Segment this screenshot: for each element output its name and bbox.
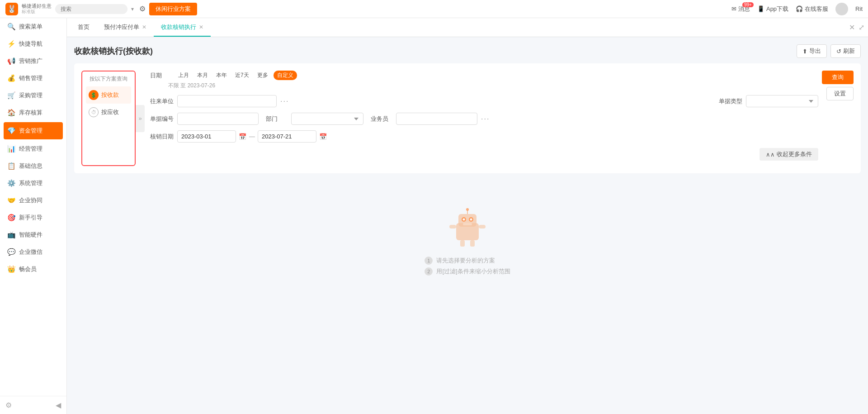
filter-row-date: 日期 上月 本月 本年 近7天 更多 自定义 [150, 71, 818, 80]
purchase-icon: 🛒 [7, 91, 15, 100]
inventory-icon: 🏠 [7, 109, 15, 117]
message-badge: 99+ [742, 2, 754, 7]
solution-button[interactable]: 休闲行业方案 [149, 3, 197, 15]
doctype-field: 单据类型 [719, 95, 818, 107]
step-2-num: 2 [425, 267, 433, 276]
date-quick-tags: 上月 本月 本年 近7天 更多 自定义 [175, 71, 297, 80]
wechat-icon: 💬 [7, 248, 15, 256]
query-button[interactable]: 查询 [822, 71, 854, 84]
docno-input[interactable] [177, 113, 259, 125]
step-1-num: 1 [425, 257, 433, 265]
search-chevron-icon[interactable]: ▾ [131, 6, 134, 12]
verify-date-label: 核销日期 [150, 133, 174, 141]
svg-point-5 [470, 219, 472, 221]
by-receipt-icon: 💲 [89, 90, 99, 100]
sidebar-item-basic[interactable]: 📋 基础信息 [0, 157, 66, 175]
tab-prepay-close-icon[interactable]: ✕ [142, 24, 146, 30]
date-tag-more[interactable]: 更多 [255, 71, 271, 80]
guide-icon: 🎯 [7, 214, 15, 222]
date-custom-tag[interactable]: 自定义 [274, 71, 297, 80]
sidebar-item-member[interactable]: 👑 畅会员 [0, 261, 66, 278]
empty-steps: 1 请先选择要分析的方案 2 用[过滤]条件来缩小分析范围 [425, 257, 510, 276]
sidebar-bottom-settings-icon[interactable]: ⚙ [5, 401, 12, 409]
message-icon: ✉ [731, 5, 736, 12]
sidebar-item-purchase[interactable]: 🛒 采购管理 [0, 87, 66, 104]
page-content: 收款核销执行(按收款) ⬆ 导出 ↺ 刷新 按以下方案 [67, 37, 868, 414]
settings-gear-icon[interactable]: ⚙ [139, 5, 146, 13]
verify-date-range: 📅 — 📅 [177, 130, 327, 143]
filter-sidebar-title: 按以下方案查询 [86, 75, 131, 83]
app-brand: 畅捷通好生意 标准版 [22, 3, 52, 14]
verify-date-start-input[interactable] [177, 130, 236, 143]
sidebar-item-inventory[interactable]: 🏠 库存核算 [0, 104, 66, 121]
sidebar-bottom: ⚙ ◀ [0, 396, 66, 414]
filter-sidebar-collapse-btn[interactable]: » [136, 105, 145, 132]
refresh-button[interactable]: ↺ 刷新 [830, 44, 861, 58]
date-tag-7days[interactable]: 近7天 [232, 71, 252, 80]
verify-date-start-calendar-icon[interactable]: 📅 [239, 133, 246, 140]
date-tag-this-month[interactable]: 本月 [194, 71, 211, 80]
search-input[interactable] [55, 4, 127, 14]
docno-field: 单据编号 [150, 113, 259, 125]
counterparty-more-icon[interactable]: ··· [280, 97, 289, 105]
sidebar-item-quick-nav[interactable]: ⚡ 快捷导航 [0, 35, 66, 52]
sidebar-item-finance[interactable]: 💎 资金管理 [4, 122, 63, 139]
system-icon: ⚙️ [7, 179, 15, 187]
sidebar-collapse-icon[interactable]: ◀ [56, 401, 61, 409]
counterparty-label: 往来单位 [150, 97, 174, 105]
avatar[interactable] [835, 3, 848, 15]
export-button[interactable]: ⬆ 导出 [797, 44, 827, 58]
dept-select[interactable] [291, 113, 363, 125]
svg-rect-8 [460, 240, 465, 247]
sidebar-item-marketing[interactable]: 📢 营销推广 [0, 52, 66, 70]
empty-step-1: 1 请先选择要分析的方案 [425, 257, 510, 265]
sidebar-item-system[interactable]: ⚙️ 系统管理 [0, 175, 66, 192]
quick-nav-icon: ⚡ [7, 40, 15, 48]
dept-label: 部门 [266, 115, 288, 123]
tab-receipt-verify-close-icon[interactable]: ✕ [199, 24, 203, 30]
filter-settings-button[interactable]: 设置 [826, 87, 854, 100]
verify-date-end-calendar-icon[interactable]: 📅 [319, 133, 327, 140]
date-label: 日期 [150, 71, 172, 80]
sidebar-item-enterprise[interactable]: 🤝 企业协同 [0, 192, 66, 209]
app-logo: 🐰 [5, 3, 18, 15]
filter-option-by-receipt[interactable]: 💲 按收款 [86, 86, 131, 104]
tab-expand-icon[interactable]: ⤢ [859, 23, 864, 32]
sidebar-item-sales[interactable]: 💰 销售管理 [0, 70, 66, 87]
filter-panel: 按以下方案查询 💲 按收款 ⏱ 按应收 » [74, 63, 861, 173]
app-download-btn[interactable]: 📱 App下载 [757, 5, 788, 13]
sidebar-item-hardware[interactable]: 📺 智能硬件 [0, 226, 66, 243]
topbar: 🐰 畅捷通好生意 标准版 ▾ ⚙ 休闲行业方案 ✉ 消息 99+ 📱 App下载… [0, 0, 868, 18]
svg-point-7 [466, 208, 469, 211]
docno-label: 单据编号 [150, 115, 174, 123]
tab-receipt-verify[interactable]: 收款核销执行 ✕ [154, 18, 211, 37]
filter-sidebar: 按以下方案查询 💲 按收款 ⏱ 按应收 [81, 71, 136, 166]
counterparty-input[interactable] [177, 95, 277, 107]
staff-input[interactable] [396, 113, 477, 125]
doctype-select[interactable] [746, 95, 818, 107]
online-service-btn[interactable]: 🎧 在线客服 [796, 5, 828, 13]
sidebar-item-guide[interactable]: 🎯 新手引导 [0, 209, 66, 226]
verify-date-end-input[interactable] [258, 130, 316, 143]
date-tag-last-month[interactable]: 上月 [175, 71, 192, 80]
collapse-more-btn[interactable]: ∧∧ 收起更多条件 [760, 148, 818, 161]
tabbar: 首页 预付冲应付单 ✕ 收款核销执行 ✕ ✕ ⤢ [67, 18, 868, 37]
app-icon: 📱 [757, 5, 764, 12]
svg-rect-11 [479, 225, 486, 228]
tab-prepay[interactable]: 预付冲应付单 ✕ [97, 18, 154, 37]
sidebar-item-wechat[interactable]: 💬 企业微信 [0, 243, 66, 261]
sidebar-item-operations[interactable]: 📊 经营管理 [0, 140, 66, 157]
doctype-label: 单据类型 [719, 97, 742, 105]
page-header: 收款核销执行(按收款) ⬆ 导出 ↺ 刷新 [74, 44, 861, 58]
filter-row-verify-date: 核销日期 📅 — 📅 [150, 130, 818, 143]
content-area: 首页 预付冲应付单 ✕ 收款核销执行 ✕ ✕ ⤢ 收款核销执行(按收款) [67, 18, 868, 414]
collapse-chevron-icon: ∧∧ [766, 151, 775, 158]
staff-more-icon[interactable]: ··· [481, 115, 490, 123]
message-btn[interactable]: ✉ 消息 99+ [731, 5, 750, 13]
tab-home[interactable]: 首页 [71, 18, 97, 37]
tab-close-window-icon[interactable]: ✕ [849, 23, 855, 32]
date-tag-this-year[interactable]: 本年 [213, 71, 230, 80]
sidebar-item-search-menu[interactable]: 🔍 搜索菜单 [0, 18, 66, 35]
filter-option-by-receivable[interactable]: ⏱ 按应收 [86, 104, 131, 121]
member-icon: 👑 [7, 265, 15, 273]
